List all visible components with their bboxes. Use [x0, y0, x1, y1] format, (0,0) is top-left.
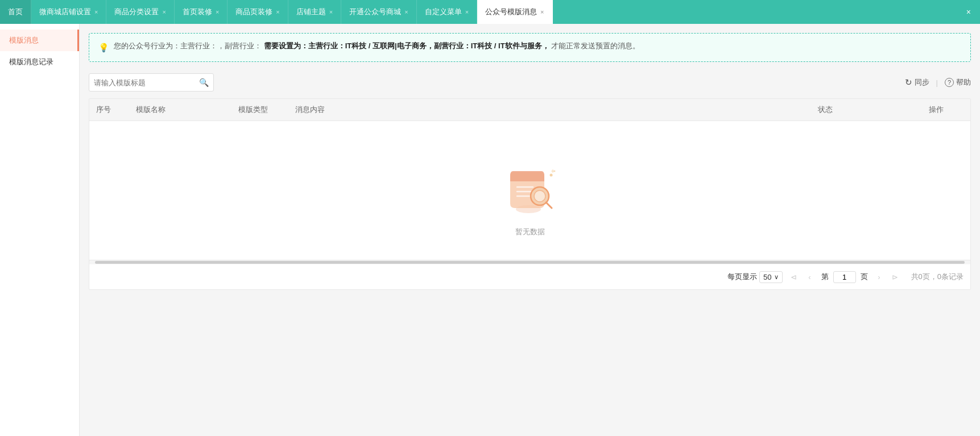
nav-product-decor[interactable]: 商品页装修 ×: [228, 0, 288, 24]
empty-illustration: [499, 155, 561, 218]
th-name: 模版名称: [129, 99, 231, 121]
page-navigation: ⊲ ‹ 第 1 页 › ⊳: [787, 270, 902, 284]
close-shop-theme[interactable]: ×: [329, 9, 333, 15]
page-size-dropdown[interactable]: 50 ∨: [759, 271, 782, 283]
th-status: 状态: [811, 99, 902, 121]
nav-product-category[interactable]: 商品分类设置 ×: [106, 0, 174, 24]
nav-home-decor[interactable]: 首页装修 ×: [175, 0, 228, 24]
th-seq: 序号: [89, 99, 129, 121]
nav-home[interactable]: 首页: [0, 0, 31, 24]
close-template-msg[interactable]: ×: [540, 9, 544, 15]
divider: |: [936, 78, 938, 87]
svg-point-5: [534, 190, 545, 202]
sync-icon: ↻: [905, 77, 912, 88]
pagination: 每页显示 50 ∨ ⊲ ‹ 第 1 页 › ⊳ 共0页，0条记录: [89, 264, 970, 289]
sync-button[interactable]: ↻ 同步: [905, 77, 929, 88]
horizontal-scrollbar[interactable]: [89, 260, 970, 264]
th-action: 操作: [902, 99, 970, 121]
close-home-decor[interactable]: ×: [216, 9, 219, 15]
notice-banner: 💡 您的公众号行业为：主营行业：，副营行业： 需要设置为：主营行业：IT科技 /…: [89, 33, 971, 62]
close-custom-menu[interactable]: ×: [465, 9, 469, 15]
bulb-icon: 💡: [98, 41, 109, 55]
main-layout: 模版消息 模版消息记录 💡 您的公众号行业为：主营行业：，副营行业： 需要设置为…: [0, 24, 980, 436]
nav-custom-menu[interactable]: 自定义菜单 ×: [417, 0, 477, 24]
search-actions: ↻ 同步 | ? 帮助: [905, 77, 971, 88]
svg-line-6: [546, 202, 552, 208]
page-last-button[interactable]: ⊳: [888, 270, 902, 284]
empty-text: 暂无数据: [515, 227, 545, 237]
page-first-button[interactable]: ⊲: [787, 270, 801, 284]
scroll-thumb[interactable]: [95, 261, 965, 264]
content-area: 💡 您的公众号行业为：主营行业：，副营行业： 需要设置为：主营行业：IT科技 /…: [80, 24, 980, 436]
nav-shop-theme[interactable]: 店铺主题 ×: [288, 0, 341, 24]
total-info: 共0页，0条记录: [911, 272, 964, 282]
help-button[interactable]: ? 帮助: [945, 77, 971, 88]
page-prev-button[interactable]: ‹: [803, 270, 817, 284]
close-product-category[interactable]: ×: [162, 9, 166, 15]
nav-template-msg[interactable]: 公众号模版消息 ×: [477, 0, 552, 24]
global-close-button[interactable]: ×: [957, 0, 980, 24]
th-type: 模版类型: [231, 99, 288, 121]
help-circle-icon: ?: [945, 78, 954, 87]
sidebar-item-template-msg[interactable]: 模版消息: [0, 30, 79, 51]
table-header: 序号 模版名称 模版类型 消息内容 状态 操作: [89, 99, 970, 121]
page-number-input[interactable]: 1: [833, 271, 856, 283]
chevron-down-icon: ∨: [774, 273, 779, 281]
search-icon[interactable]: 🔍: [199, 78, 209, 87]
close-wechat-shop-setting[interactable]: ×: [94, 9, 98, 15]
page-next-button[interactable]: ›: [873, 270, 886, 284]
search-input-wrap: 🔍: [89, 73, 214, 92]
nav-wechat-shop-setting[interactable]: 微商城店铺设置 ×: [31, 0, 106, 24]
close-open-shop[interactable]: ×: [404, 9, 408, 15]
svg-point-7: [549, 174, 552, 177]
data-table: 序号 模版名称 模版类型 消息内容 状态 操作: [89, 98, 971, 290]
top-nav: 首页 微商城店铺设置 × 商品分类设置 × 首页装修 × 商品页装修 × 店铺主…: [0, 0, 980, 24]
search-bar: 🔍 ↻ 同步 | ? 帮助: [89, 73, 971, 92]
page-size-select: 每页显示 50 ∨: [727, 271, 782, 283]
empty-state: 暂无数据: [89, 121, 970, 260]
th-content: 消息内容: [288, 99, 811, 121]
sidebar: 模版消息 模版消息记录: [0, 24, 80, 436]
search-input[interactable]: [94, 78, 199, 87]
close-product-decor[interactable]: ×: [276, 9, 279, 15]
nav-open-shop[interactable]: 开通公众号商城 ×: [341, 0, 416, 24]
sidebar-item-template-msg-record[interactable]: 模版消息记录: [0, 51, 79, 73]
